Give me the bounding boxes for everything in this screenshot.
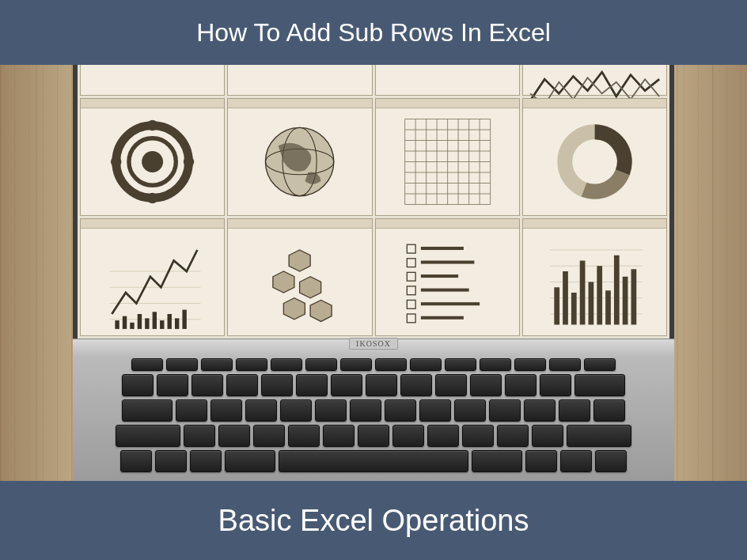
- svg-marker-46: [284, 298, 305, 320]
- keyboard-keys: [104, 358, 643, 472]
- svg-point-5: [147, 193, 158, 204]
- svg-marker-44: [273, 271, 294, 293]
- svg-rect-55: [420, 289, 468, 292]
- svg-rect-58: [407, 314, 415, 323]
- svg-rect-35: [130, 323, 134, 329]
- list-panel: [375, 218, 520, 336]
- line-chart-panel: [80, 218, 225, 336]
- bar-chart-icon: [523, 229, 666, 335]
- svg-rect-40: [168, 314, 172, 329]
- svg-rect-74: [631, 269, 636, 324]
- svg-point-6: [111, 157, 122, 168]
- radial-dial-icon: [81, 108, 224, 215]
- svg-rect-39: [160, 320, 164, 329]
- svg-rect-53: [420, 274, 457, 278]
- mini-panel: [375, 65, 520, 96]
- grid-panel: [375, 98, 520, 216]
- mini-panel: [227, 65, 372, 96]
- globe-panel: [227, 98, 372, 216]
- svg-rect-38: [153, 312, 157, 329]
- globe-icon: [228, 108, 371, 215]
- laptop-keyboard: IKOSOX: [73, 339, 674, 481]
- svg-marker-45: [300, 277, 321, 298]
- bottom-banner-subtitle: Basic Excel Operations: [218, 504, 529, 538]
- mini-panel: [522, 65, 667, 96]
- svg-rect-57: [420, 302, 479, 305]
- svg-rect-68: [579, 261, 585, 325]
- data-grid-icon: [376, 108, 519, 215]
- svg-rect-66: [563, 271, 568, 325]
- svg-rect-48: [407, 244, 415, 253]
- hexagon-panel: [227, 218, 372, 336]
- svg-rect-69: [588, 282, 593, 325]
- bar-chart-panel: [522, 218, 667, 336]
- svg-rect-49: [420, 247, 463, 250]
- svg-rect-73: [622, 277, 628, 325]
- svg-rect-65: [554, 287, 559, 324]
- svg-rect-50: [407, 259, 415, 267]
- top-banner-title: How To Add Sub Rows In Excel: [196, 18, 551, 47]
- checklist-icon: [376, 229, 519, 335]
- svg-rect-41: [175, 318, 179, 329]
- bottom-banner: Basic Excel Operations: [0, 481, 747, 560]
- svg-rect-59: [420, 316, 463, 320]
- hexagon-cluster-icon: [228, 229, 371, 335]
- svg-rect-52: [407, 272, 415, 281]
- svg-point-3: [147, 120, 158, 131]
- dashboard-top-row: [80, 65, 667, 96]
- line-chart-icon: [81, 229, 224, 335]
- svg-rect-37: [145, 318, 149, 329]
- laptop-screen-bezel: [73, 65, 674, 339]
- svg-rect-54: [407, 286, 415, 295]
- svg-rect-34: [123, 316, 127, 329]
- svg-rect-72: [614, 255, 620, 325]
- donut-chart-icon: [523, 108, 666, 215]
- svg-point-4: [184, 157, 195, 168]
- svg-rect-42: [182, 310, 186, 329]
- svg-marker-43: [289, 250, 310, 271]
- svg-rect-33: [115, 320, 119, 329]
- svg-rect-71: [605, 290, 611, 324]
- laptop-illustration: IKOSOX: [73, 65, 674, 481]
- svg-rect-56: [407, 300, 415, 308]
- top-banner: How To Add Sub Rows In Excel: [0, 0, 747, 65]
- svg-rect-51: [420, 261, 474, 264]
- mini-panel: [80, 65, 225, 96]
- laptop-brand-label: IKOSOX: [349, 338, 398, 350]
- svg-marker-47: [310, 300, 332, 321]
- donut-panel: [522, 98, 667, 216]
- svg-rect-70: [597, 266, 602, 324]
- hero-image: IKOSOX: [0, 65, 747, 481]
- laptop-screen: [78, 65, 669, 339]
- dial-panel-1: [80, 98, 225, 216]
- svg-rect-36: [138, 314, 142, 329]
- svg-point-2: [142, 151, 163, 172]
- svg-rect-67: [571, 293, 577, 325]
